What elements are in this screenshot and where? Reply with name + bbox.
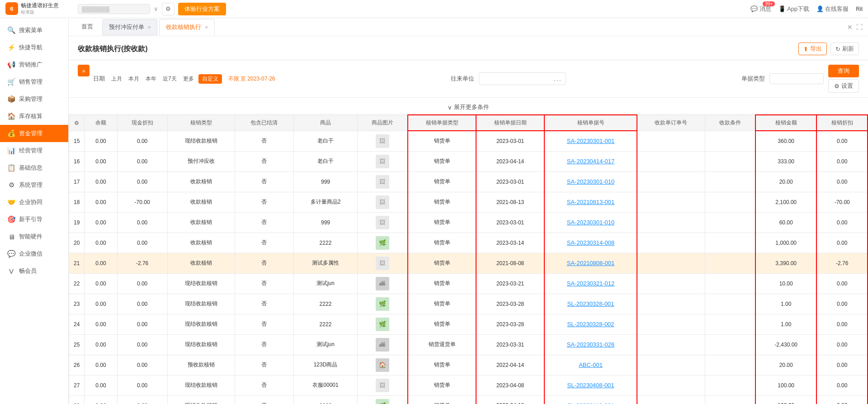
row-amount: -2,430.00	[755, 334, 817, 355]
trial-button[interactable]: 体验行业方案	[178, 3, 226, 15]
row-goods: 测试jun	[294, 273, 358, 294]
tab-prepay[interactable]: 预付冲应付单 ×	[102, 19, 157, 35]
online-service-button[interactable]: 👤 在线客服	[816, 5, 849, 13]
row-bill-type: 销货单	[408, 273, 476, 294]
tab-collection[interactable]: 收款核销执行 ×	[159, 19, 214, 35]
goods-image: 🖼	[376, 175, 389, 189]
goods-image: 🖼	[376, 257, 389, 270]
date-custom-button[interactable]: 自定义	[198, 74, 222, 84]
sidebar-item-system[interactable]: ⚙ 系统管理	[0, 176, 68, 194]
logo-sub: 标准版	[21, 9, 59, 15]
row-condition	[705, 334, 755, 355]
row-settled: 否	[235, 253, 293, 273]
date-7days[interactable]: 近7天	[161, 74, 179, 84]
message-badge: 99+	[763, 1, 775, 6]
row-bill-no[interactable]: SA-20230331-026	[544, 334, 637, 355]
row-condition	[705, 233, 755, 253]
sidebar-item-search[interactable]: 🔍 搜索菜单	[0, 22, 68, 39]
row-bill-no[interactable]: SA-20230301-010	[544, 212, 637, 233]
filter-section-wrap: » 日期 上月 本月 本年 近7天 更多 自定义	[78, 65, 859, 93]
row-bill-no[interactable]: SL-20230328-002	[544, 314, 637, 334]
page-title: 收款核销执行(按收款)	[78, 44, 148, 54]
row-bill-no[interactable]: SA-20210808-001	[544, 253, 637, 273]
row-bill-no[interactable]: SL-20230418-001	[544, 395, 637, 404]
inventory-icon: 🏠	[7, 112, 15, 120]
operation-icon: 📊	[7, 147, 15, 155]
table-wrapper: ⚙ 余额 现金折扣 核销类型 包含已结清 商品 商品图片 核销单据类型 核销单据…	[69, 114, 868, 404]
sidebar-item-basic[interactable]: 📋 基础信息	[0, 159, 68, 176]
sidebar-item-hardware[interactable]: 🖥 智能硬件	[0, 228, 68, 245]
row-bill-no[interactable]: SL-20230328-001	[544, 294, 637, 314]
row-discount: 0.00	[816, 375, 868, 395]
sidebar-item-inventory[interactable]: 🏠 库存核算	[0, 108, 68, 125]
date-more[interactable]: 更多	[181, 74, 196, 84]
sidebar-item-operation[interactable]: 📊 经营管理	[0, 142, 68, 159]
row-balance: 0.00	[85, 375, 117, 395]
partner-input[interactable]	[483, 76, 551, 82]
query-button[interactable]: 查询	[828, 65, 859, 77]
expand-more-button[interactable]: ∨ 展开更多条件	[448, 103, 489, 111]
row-bill-no[interactable]: ABC-001	[544, 355, 637, 375]
tab-collection-label: 收款核销执行	[166, 23, 201, 31]
row-bill-date: 2023-04-14	[476, 151, 544, 171]
member-icon: V	[7, 267, 15, 275]
row-bill-type: 销货单	[408, 375, 476, 395]
partner-dots-button[interactable]: ...	[553, 75, 562, 83]
sidebar-item-sales[interactable]: 🛒 销售管理	[0, 73, 68, 90]
sidebar-item-finance[interactable]: 💰 资金管理	[0, 125, 68, 142]
gear-button[interactable]: ⚙	[162, 3, 175, 15]
date-this-month[interactable]: 本月	[127, 74, 141, 84]
row-cash-discount: 0.00	[117, 334, 167, 355]
date-last-month[interactable]: 上月	[109, 74, 124, 84]
user-info[interactable]: Rit	[856, 6, 863, 12]
row-bill-no[interactable]: SA-20230321-012	[544, 273, 637, 294]
row-id: 15	[69, 131, 85, 151]
row-condition	[705, 131, 755, 151]
row-order-no	[637, 131, 705, 151]
sidebar-item-member[interactable]: V 畅会员	[0, 262, 68, 280]
row-discount: 0.00	[816, 395, 868, 404]
tab-home[interactable]: 首页	[74, 19, 100, 35]
row-bill-no[interactable]: SA-20210813-001	[544, 192, 637, 212]
sidebar-item-wechat[interactable]: 💬 企业微信	[0, 245, 68, 262]
row-goods: 老白干	[294, 131, 358, 151]
row-bill-no[interactable]: SA-20230314-008	[544, 233, 637, 253]
refresh-button[interactable]: ↻ 刷新	[830, 43, 859, 55]
row-balance: 0.00	[85, 314, 117, 334]
tab-prepay-close[interactable]: ×	[148, 24, 151, 30]
row-bill-no[interactable]: SL-20230408-001	[544, 375, 637, 395]
row-goods-img: 🌿	[357, 395, 408, 404]
filter-toggle-button[interactable]: »	[78, 65, 90, 76]
row-goods: 999	[294, 171, 358, 192]
row-settled: 否	[235, 334, 293, 355]
order-type-select[interactable]	[769, 73, 824, 84]
row-bill-type: 销货单	[408, 314, 476, 334]
row-bill-no[interactable]: SA-20230301-001	[544, 131, 637, 151]
col-settings-header[interactable]: ⚙	[69, 115, 85, 131]
maximize-window-icon[interactable]: ⛶	[856, 24, 863, 31]
date-this-year[interactable]: 本年	[144, 74, 158, 84]
app-download-button[interactable]: 📱 App下载	[778, 5, 809, 13]
row-cash-discount: -2.76	[117, 253, 167, 273]
tab-collection-close[interactable]: ×	[205, 24, 208, 30]
row-bill-no[interactable]: SA-20230301-010	[544, 171, 637, 192]
sidebar-item-purchase[interactable]: 📦 采购管理	[0, 90, 68, 108]
row-goods-img: 🖼	[357, 212, 408, 233]
close-window-icon[interactable]: ✕	[847, 24, 853, 31]
sidebar-item-collab[interactable]: 🤝 企业协同	[0, 194, 68, 211]
chevron-down-icon[interactable]: ∨	[154, 5, 158, 12]
row-settled: 否	[235, 273, 293, 294]
row-order-no	[637, 375, 705, 395]
sidebar-item-quick-nav[interactable]: ⚡ 快捷导航	[0, 39, 68, 56]
message-button[interactable]: 💬 消息 99+	[750, 5, 771, 13]
row-id: 20	[69, 233, 85, 253]
logo-icon: 6	[5, 2, 18, 15]
sidebar-item-guide[interactable]: 🎯 新手引导	[0, 211, 68, 228]
export-button[interactable]: ⬆ 导出	[798, 43, 827, 55]
row-bill-no[interactable]: SA-20230414-017	[544, 151, 637, 171]
sidebar-label-inventory: 库存核算	[19, 112, 42, 120]
setting-button[interactable]: ⚙ 设置	[828, 79, 859, 93]
order-type-select-wrap	[769, 73, 824, 84]
sidebar-item-marketing[interactable]: 📢 营销推广	[0, 56, 68, 73]
row-discount: 0.00	[816, 334, 868, 355]
